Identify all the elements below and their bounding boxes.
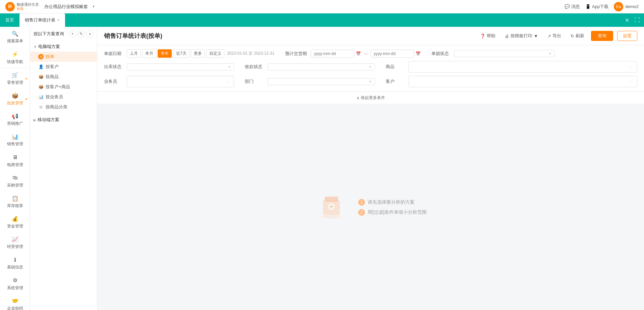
dept-select-arrow: ▼ (369, 80, 372, 84)
sidebar-item-nav[interactable]: ⚡ 快捷导航 (0, 47, 30, 68)
expand-mobile-icon: ▶ (34, 118, 36, 122)
date-btn-more[interactable]: 更多 (191, 49, 205, 58)
scheme-active-icon: 按 (38, 54, 44, 59)
sidebar-item-inventory[interactable]: 📋 库存核算 (0, 192, 30, 212)
salesman-more-btn[interactable]: ··· (224, 78, 231, 86)
customer-select[interactable]: ··· (409, 76, 637, 87)
maximize-icon[interactable]: ⛶ (633, 16, 641, 24)
dept-select[interactable]: ▼ (268, 78, 375, 85)
logo-text: 畅捷通好生意 标版 (17, 2, 39, 11)
calendar-from-icon[interactable]: 📅 (356, 51, 361, 56)
edit-scheme-btn[interactable]: ✎ (77, 30, 85, 38)
user-menu[interactable]: Ea demo2 (614, 2, 639, 11)
finance-icon: 💰 (0, 215, 30, 223)
sidebar-item-sales[interactable]: 📊 销售管理 (0, 130, 30, 150)
purchase-icon: 🛍 (0, 174, 30, 182)
print-btn[interactable]: 🖨 按模板打印 ▼ (502, 32, 541, 40)
sidebar-item-wholesale[interactable]: 📦 批发管理 (0, 89, 30, 109)
status-select[interactable]: ▼ (454, 50, 555, 57)
empty-state: 1 请先选择要分析的方案 2 用[过滤]条件来缩小分析范围 (97, 104, 644, 310)
expand-icon: ▼ (34, 45, 37, 49)
predict-date-to[interactable] (371, 50, 414, 58)
top-bar-left: 好 畅捷通好生意 标版 办公用品行业模拟账套 ▼ (5, 2, 95, 11)
scheme-item-by-goods[interactable]: 📦 按商品 (30, 72, 97, 82)
empty-illustration (315, 190, 348, 224)
scheme-salesman-icon: 📊 (38, 95, 44, 99)
empty-hint-2: 2 用[过滤]条件来缩小分析范围 (358, 209, 427, 216)
status-label: 单据状态 (431, 51, 450, 57)
export-btn[interactable]: ↗ 导出 (545, 32, 564, 40)
refresh-btn[interactable]: ↻ 刷新 (568, 32, 587, 40)
tab-close-btn[interactable]: × (57, 18, 60, 22)
salesman-select[interactable]: ··· (127, 76, 234, 87)
sidebar-item-collab[interactable]: 🤝 企业协同 (0, 294, 30, 310)
sidebar-item-search[interactable]: 🔍 搜索菜单 (0, 27, 30, 47)
scheme-item-by-customer[interactable]: 👤 按客户 (30, 62, 97, 72)
ship-status-select[interactable]: ▼ (127, 63, 234, 70)
scheme-group-pc[interactable]: ▼ 电脑端方案 (30, 42, 97, 52)
customer-more-btn[interactable]: ··· (628, 78, 634, 86)
scheme-section-pc: ▼ 电脑端方案 按 按单 👤 按客户 📦 按商品 📦 按客户+商品 (30, 40, 97, 113)
date-range-text: 2023-01-01 至 2023-12-31 (227, 51, 274, 56)
query-btn[interactable]: 查询 (591, 31, 613, 41)
predict-date-label: 预计交货期 (285, 51, 307, 57)
receive-status-select[interactable]: ▼ (268, 63, 375, 70)
app-download-btn[interactable]: 📱 App下载 (585, 4, 608, 10)
right-panel: 销售订单统计表(按单) ❓ 帮助 🖨 按模板打印 ▼ ↗ 导出 (97, 27, 644, 310)
app-name-arrow[interactable]: ▼ (92, 5, 95, 8)
scheme-section-mobile: ▶ 移动端方案 (30, 113, 97, 126)
scheme-customer-icon: 👤 (38, 64, 44, 69)
date-btn-this-year[interactable]: 本年 (158, 49, 172, 58)
sidebar-item-basic[interactable]: ℹ 基础信息 (0, 253, 30, 273)
sidebar-item-ecommerce[interactable]: 🖥 电商管理 (0, 150, 30, 171)
help-btn[interactable]: ❓ 帮助 (477, 32, 498, 40)
collapse-panel-btn[interactable]: « (86, 30, 94, 38)
left-panel-header: 按以下方案查询 + ✎ « (30, 30, 97, 40)
scheme-item-by-order[interactable]: 按 按单 (30, 52, 97, 62)
add-scheme-btn[interactable]: + (69, 30, 76, 38)
predict-date-from[interactable] (311, 50, 355, 58)
scheme-cg-icon: 📦 (38, 85, 44, 89)
collapse-more-btn[interactable]: ∧ 收起更多条件 (353, 94, 389, 102)
wholesale-icon: 📦 (0, 92, 30, 100)
app-name[interactable]: 办公用品行业模拟账套 (44, 4, 88, 10)
sidebar-item-operation[interactable]: 📈 经营管理 (0, 232, 30, 253)
sidebar-item-finance[interactable]: 💰 资金管理 (0, 212, 30, 232)
status-select-arrow: ▼ (548, 52, 552, 55)
sidebar-item-marketing[interactable]: 📢 营销推广 (0, 109, 30, 130)
sidebar-item-retail[interactable]: 🛒 零售管理 (0, 68, 30, 89)
collapse-bar: ∧ 收起更多条件 (97, 92, 644, 104)
date-btn-prev-month[interactable]: 上月 (127, 49, 141, 58)
collab-icon: 🤝 (0, 297, 30, 305)
scheme-group-mobile[interactable]: ▶ 移动端方案 (30, 115, 97, 125)
date-btn-custom[interactable]: 自定义 (206, 49, 224, 58)
date-label: 单据日期 (104, 51, 123, 57)
sidebar-item-system[interactable]: ⚙ 系统管理 (0, 273, 30, 294)
date-btn-this-month[interactable]: 本月 (142, 49, 156, 58)
scheme-item-by-salesman[interactable]: 📊 按业务员 (30, 92, 97, 102)
retail-icon: 🛒 (0, 71, 30, 79)
nav-icon: ⚡ (0, 51, 30, 58)
settings-btn[interactable]: 设置 (617, 31, 637, 41)
goods-select[interactable]: ··· (409, 61, 637, 72)
close-window-icon[interactable]: ✕ (624, 16, 631, 25)
filter-area: 单据日期 上月 本月 本年 近7天 更多 自定义 2023-01-01 至 20… (97, 45, 644, 92)
scheme-item-by-customer-goods[interactable]: 📦 按客户+商品 (30, 82, 97, 92)
page-title: 销售订单统计表(按单) (104, 32, 162, 40)
logo-icon: 好 (5, 2, 15, 11)
calendar-to-icon[interactable]: 📅 (416, 51, 421, 56)
goods-more-btn[interactable]: ··· (628, 63, 634, 71)
date-btn-7days[interactable]: 近7天 (173, 49, 190, 58)
page-header: 销售订单统计表(按单) ❓ 帮助 🖨 按模板打印 ▼ ↗ 导出 (97, 27, 644, 45)
ship-select-arrow: ▼ (228, 65, 231, 69)
tab-home[interactable]: 首页 (0, 13, 19, 27)
predict-date-group: 📅 — 📅 (311, 50, 421, 58)
message-btn[interactable]: 💬 消息 (565, 4, 580, 10)
top-bar-right: 💬 消息 📱 App下载 Ea demo2 (565, 2, 639, 11)
main-layout: 🔍 搜索菜单 ⚡ 快捷导航 🛒 零售管理 📦 批发管理 📢 营销推广 📊 销售管… (0, 27, 644, 310)
operation-icon: 📈 (0, 236, 30, 243)
tab-active[interactable]: 销售订单统计表 × (19, 13, 65, 27)
sidebar-item-purchase[interactable]: 🛍 采购管理 (0, 171, 30, 191)
logo-area: 好 畅捷通好生意 标版 (5, 2, 39, 11)
scheme-item-by-category[interactable]: ⊞ 按商品分类 (30, 102, 97, 112)
